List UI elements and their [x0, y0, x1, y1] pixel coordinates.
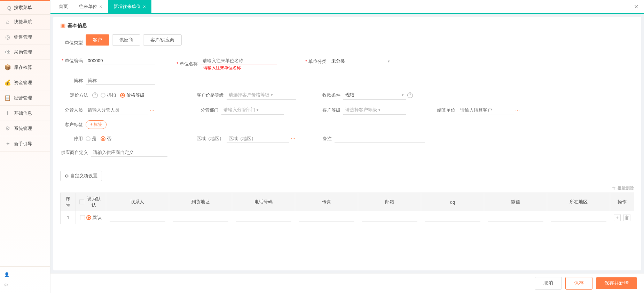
- tab-new-partner-close[interactable]: ✕: [143, 5, 146, 9]
- customer-level-select[interactable]: 请选择客户等级 ▾: [343, 105, 406, 115]
- dept-select[interactable]: 请输入分管部门 ▾: [221, 105, 284, 115]
- payment-terms-field: 收款条件 现结 ▾ ?: [318, 90, 422, 100]
- sidebar-item-label: 基础信息: [14, 110, 32, 116]
- select-all-checkbox[interactable]: [79, 200, 84, 204]
- row-contact: [106, 211, 169, 224]
- sidebar-item-newbie[interactable]: ✦ 新手引导: [0, 136, 50, 152]
- sales-icon: ◎: [4, 34, 11, 40]
- remarks-input[interactable]: [335, 135, 425, 143]
- region-dots-btn[interactable]: ···: [289, 136, 297, 142]
- row-delete-btn[interactable]: 🗑: [623, 214, 630, 221]
- price-level-label: 价格等级: [126, 92, 144, 98]
- search-menu-item[interactable]: ≡Q 搜索菜单: [0, 1, 50, 15]
- payment-terms-select[interactable]: 现结 ▾: [343, 90, 406, 100]
- type-btn-supplier[interactable]: 供应商: [112, 34, 140, 46]
- tab-partners[interactable]: 往来单位 ✕: [73, 0, 108, 14]
- customer-level-chevron: ▾: [378, 108, 380, 112]
- save-button[interactable]: 保存: [565, 277, 592, 290]
- unit-name-field: 单位名称 请输入往来单位名称: [175, 57, 293, 71]
- tab-new-partner[interactable]: 新增往来单位 ✕: [108, 0, 151, 14]
- disabled-no[interactable]: 否: [101, 136, 111, 142]
- sidebar-item-finance[interactable]: 💰 资金管理: [0, 75, 50, 90]
- tab-bar-close-all[interactable]: ✕: [631, 3, 641, 10]
- payment-terms-help-icon[interactable]: ?: [407, 92, 413, 98]
- batch-delete-icon: 🗑: [612, 186, 616, 191]
- row-region: [547, 211, 610, 224]
- row-phone: [232, 211, 295, 224]
- sidebar-item-label: 快捷导航: [14, 19, 32, 25]
- row-contact-input[interactable]: [110, 213, 165, 222]
- unit-code-field: 单位编码: [60, 57, 165, 65]
- sidebar-item-inventory[interactable]: 📦 库存核算: [0, 60, 50, 75]
- disabled-field: 停用 是 否: [60, 136, 186, 142]
- row-checkbox[interactable]: [80, 215, 85, 220]
- customer-price-field: 客户价格等级 请选择客户价格等级 ▾: [196, 90, 307, 100]
- sidebar-bottom-item-1[interactable]: 👤: [0, 269, 50, 280]
- abbr-input[interactable]: [86, 76, 155, 85]
- row-address-input[interactable]: [173, 213, 228, 222]
- customer-price-select[interactable]: 请选择客户价格等级 ▾: [227, 90, 296, 100]
- save-new-button[interactable]: 保存并新增: [596, 277, 637, 289]
- sidebar-bottom-item-2[interactable]: ⚙: [0, 280, 50, 290]
- unit-name-input[interactable]: [201, 57, 277, 65]
- unit-category-select[interactable]: 未分类 ▾: [329, 57, 392, 66]
- sidebar-item-basic-info[interactable]: ℹ 基础信息: [0, 106, 50, 121]
- unit-code-input[interactable]: [86, 57, 155, 65]
- row-default-radio[interactable]: 默认: [86, 214, 102, 221]
- add-tag-button[interactable]: + 标签: [86, 120, 107, 129]
- settlement-field: 结算单位 ···: [433, 106, 537, 114]
- unit-code-label: 单位编码: [60, 58, 83, 64]
- manager-row: 分管人员 ··· 分管部门 请输入分管部门 ▾ 客户等级 请选择客户等级 ▾: [60, 105, 634, 115]
- inventory-icon: 📦: [4, 64, 11, 71]
- col-fax: 传真: [295, 193, 358, 211]
- col-contact: 联系人: [106, 193, 169, 211]
- batch-delete-label[interactable]: 批量删除: [618, 185, 634, 191]
- manager-input[interactable]: [86, 106, 148, 114]
- disabled-no-circle: [101, 136, 105, 141]
- sidebar-item-sales[interactable]: ◎ 销售管理: [0, 30, 50, 45]
- pricing-radio-price-level[interactable]: 价格等级: [120, 92, 144, 98]
- cancel-button[interactable]: 取消: [535, 277, 562, 290]
- custom-settings-button[interactable]: ⚙ 自定义项设置: [60, 171, 102, 181]
- tab-home[interactable]: 首页: [53, 0, 73, 14]
- disabled-yes[interactable]: 是: [86, 136, 96, 142]
- finance-icon: 💰: [4, 79, 11, 86]
- row-add-btn[interactable]: +: [614, 214, 621, 221]
- col-region: 所在地区: [547, 193, 610, 211]
- pricing-radio-discount[interactable]: 折扣: [101, 92, 116, 98]
- tab-new-partner-label: 新增往来单位: [113, 3, 141, 10]
- supplier-custom-input[interactable]: [91, 148, 167, 157]
- type-btn-both[interactable]: 客户/供应商: [143, 34, 182, 46]
- payment-terms-chevron: ▾: [402, 93, 404, 97]
- region-input[interactable]: [227, 135, 289, 143]
- table-section: ⚙ 自定义项设置 🗑 批量删除 序号 设为默认: [53, 168, 641, 231]
- row-phone-input[interactable]: [236, 213, 291, 222]
- row-wechat-input[interactable]: [488, 213, 543, 222]
- sidebar-item-label: 采购管理: [14, 49, 32, 55]
- table-header-row: 序号 设为默认 联系人 到货地址 电话号码 传真 邮箱 qq: [61, 193, 634, 211]
- unit-type-field: 单位类型 客户 供应商 客户/供应商: [60, 34, 182, 51]
- row-region-input[interactable]: [551, 213, 606, 222]
- row-email-input[interactable]: [362, 213, 417, 222]
- settlement-dots-btn[interactable]: ···: [514, 107, 521, 113]
- pricing-help-icon[interactable]: ?: [92, 92, 98, 98]
- unit-name-wrapper: 请输入往来单位名称: [201, 57, 277, 71]
- sidebar-bottom: 👤 ⚙: [0, 266, 50, 293]
- settlement-input[interactable]: [458, 106, 514, 114]
- action-bar: 取消 保存 保存并新增: [50, 273, 644, 293]
- user-icon: 👤: [4, 272, 9, 277]
- row-actions-cell: + 🗑: [610, 211, 634, 224]
- dept-field: 分管部门 请输入分管部门 ▾: [196, 105, 307, 115]
- pricing-row: 定价方法 ? 折扣 价格等级 客户价格等级: [60, 90, 634, 100]
- sidebar-item-label: 新手引导: [14, 141, 32, 147]
- type-btn-customer[interactable]: 客户: [86, 34, 109, 46]
- row-fax-input[interactable]: [299, 213, 354, 222]
- manager-dots-btn[interactable]: ···: [148, 107, 156, 113]
- sidebar-item-system[interactable]: ⚙ 系统管理: [0, 121, 50, 136]
- sidebar-item-quicknav[interactable]: ⌂ 快捷导航: [0, 15, 50, 30]
- tab-partners-close[interactable]: ✕: [99, 5, 102, 9]
- sidebar-item-operations[interactable]: 📋 经营管理: [0, 90, 50, 106]
- row-fax: [295, 211, 358, 224]
- sidebar-item-purchase[interactable]: 🛍 采购管理: [0, 45, 50, 60]
- row-qq-input[interactable]: [425, 213, 480, 222]
